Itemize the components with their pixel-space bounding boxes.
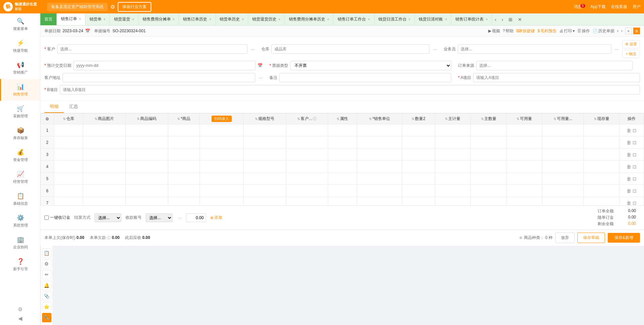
remark-input[interactable]	[279, 73, 451, 82]
staff-input[interactable]	[458, 44, 612, 54]
th-main-unit[interactable]: ⇅主计量	[435, 114, 470, 124]
th-settings[interactable]: ⚙	[41, 114, 54, 124]
print-btn[interactable]: 🖨 打印 ▾	[559, 28, 575, 34]
row-7-product[interactable]	[168, 197, 200, 206]
user-btn[interactable]: 用户	[633, 4, 641, 10]
sidebar-item-marketing[interactable]: 📢 营销推广	[0, 57, 40, 79]
row-5-stock[interactable]	[583, 173, 619, 185]
row-6-delete-icon[interactable]: 🗑	[627, 188, 631, 194]
row-4-customer-code[interactable]	[286, 161, 328, 173]
tab-sales-return-close[interactable]: ×	[104, 17, 106, 21]
row-7-available[interactable]	[506, 197, 542, 206]
row-4-attr[interactable]	[328, 161, 357, 173]
sidebar-collapse-icon[interactable]: ◀	[18, 315, 22, 322]
th-customer-code[interactable]: ⇅客户... ⓘ	[286, 114, 328, 124]
sidebar-item-operation[interactable]: 📈 经营管理	[0, 166, 40, 188]
sidebar-item-guide[interactable]: ❓ 新手引导	[0, 254, 40, 276]
row-2-main-unit[interactable]	[435, 136, 470, 149]
tab-sales-refund-history-close[interactable]: ×	[278, 17, 280, 21]
tab-sales-return[interactable]: 销货单 ×	[85, 13, 110, 26]
row-6-sales-unit[interactable]	[357, 185, 402, 197]
th-stock[interactable]: ⇅现存量	[583, 114, 619, 124]
history-btn[interactable]: 📄 历史单据	[593, 28, 614, 34]
row-4-main-qty[interactable]	[471, 161, 506, 173]
row-1-attr[interactable]	[328, 124, 357, 136]
row-4-available2[interactable]	[542, 161, 583, 173]
row-6-product-code[interactable]	[125, 185, 168, 197]
row-2-sales-unit[interactable]	[357, 136, 402, 149]
row-3-product-img[interactable]	[83, 149, 126, 161]
th-sales-unit[interactable]: ⇅*销售单位	[357, 114, 402, 124]
row-5-customer-code[interactable]	[286, 173, 328, 185]
tab-sales-order-close[interactable]: ×	[79, 17, 81, 21]
row-4-product-img[interactable]	[83, 161, 126, 173]
tab-sales-refund-history[interactable]: 销货退货历史 ×	[248, 13, 285, 26]
row-1-warehouse[interactable]	[54, 124, 83, 136]
row-2-warehouse[interactable]	[54, 136, 83, 149]
sidebar-item-finance[interactable]: 💰 资金管理	[0, 145, 40, 166]
row-4-stock[interactable]	[583, 161, 619, 173]
address-dots-btn[interactable]: ···	[259, 75, 263, 80]
tab-sales-refund-close[interactable]: ×	[132, 17, 134, 21]
row-3-product-code[interactable]	[125, 149, 168, 161]
row-7-product-img[interactable]	[83, 197, 126, 206]
row-3-copy-icon[interactable]: ⊡	[633, 152, 637, 157]
row-7-warehouse[interactable]	[54, 197, 83, 206]
row-1-stock[interactable]	[583, 124, 619, 136]
row-7-qty2[interactable]	[402, 197, 435, 206]
row-4-qty2[interactable]	[402, 161, 435, 173]
row-5-available2[interactable]	[542, 173, 583, 185]
row-4-sales-unit[interactable]	[357, 161, 402, 173]
right-panel-btn-3[interactable]: ✏	[42, 270, 51, 279]
right-panel-btn-1[interactable]: 📋	[42, 248, 51, 258]
layout-list-icon[interactable]: ≡	[625, 28, 632, 34]
message-btn[interactable]: 消息9	[574, 4, 585, 10]
row-2-available2[interactable]	[542, 136, 583, 149]
row-1-product[interactable]	[168, 124, 200, 136]
th-available2[interactable]: ⇅可用量...	[542, 114, 583, 124]
th-product-code[interactable]: ⇅商品编码	[125, 114, 168, 124]
row-4-main-unit[interactable]	[435, 161, 470, 173]
row-3-available2[interactable]	[542, 149, 583, 161]
account-select[interactable]: 选择...	[146, 213, 173, 222]
sidebar-item-sales[interactable]: 📊 销售管理	[0, 79, 40, 101]
row-6-available[interactable]	[506, 185, 542, 197]
tab-sales-report[interactable]: 销售订单统计表 ×	[451, 13, 492, 26]
row-7-spec[interactable]	[243, 197, 286, 206]
sidebar-item-basic-info[interactable]: 📋 基础信息	[0, 188, 40, 210]
row-5-product-code[interactable]	[125, 173, 168, 185]
system-title[interactable]: 装备及固定资产辅助管理系统	[47, 3, 108, 11]
row-5-main-qty[interactable]	[471, 173, 506, 185]
sidebar-item-inventory[interactable]: 📦 库存核算	[0, 123, 40, 145]
save-draft-button[interactable]: 保存草稿	[577, 233, 605, 243]
row-2-delete-icon[interactable]: 🗑	[627, 140, 631, 145]
row-3-delete-icon[interactable]: 🗑	[627, 152, 631, 157]
row-1-available[interactable]	[506, 124, 542, 136]
row-5-qty2[interactable]	[402, 173, 435, 185]
tab-cash-daily[interactable]: 钱贷日清工作台 ×	[374, 13, 415, 26]
row-6-product-img[interactable]	[83, 185, 126, 197]
sidebar-item-system[interactable]: ⚙️ 系统管理	[0, 210, 40, 232]
row-4-warehouse[interactable]	[54, 161, 83, 173]
tab-sales-return-history[interactable]: 销货单历史 ×	[216, 13, 248, 26]
row-3-available[interactable]	[506, 149, 542, 161]
tab-sales-order[interactable]: 销售订单 ×	[57, 13, 85, 26]
shortcut-btn[interactable]: ⌨ 快捷键	[516, 28, 535, 34]
th-attr[interactable]: ⇅属性	[328, 114, 357, 124]
th-product-img[interactable]: ⇅商品图片	[83, 114, 126, 124]
next-record-icon[interactable]: ›	[621, 29, 622, 33]
tab-sales-return-history-close[interactable]: ×	[242, 17, 244, 21]
row-4-delete-icon[interactable]: 🗑	[627, 164, 631, 169]
row-6-warehouse[interactable]	[54, 185, 83, 197]
th-available[interactable]: ⇅可用量	[506, 114, 542, 124]
row-5-product[interactable]	[168, 173, 200, 185]
prev-record-icon[interactable]: ‹	[617, 29, 618, 33]
a-project-input[interactable]	[473, 73, 640, 82]
right-panel-btn-4[interactable]: 🔔	[42, 281, 51, 290]
discard-button[interactable]: 放弃	[555, 233, 575, 243]
row-7-stock[interactable]	[583, 197, 619, 206]
row-3-scan[interactable]	[200, 149, 243, 161]
th-scan[interactable]: 扫码录入	[200, 114, 243, 124]
row-5-delete-icon[interactable]: 🗑	[627, 176, 631, 181]
right-panel-btn-7[interactable]: 🔧	[42, 313, 51, 322]
